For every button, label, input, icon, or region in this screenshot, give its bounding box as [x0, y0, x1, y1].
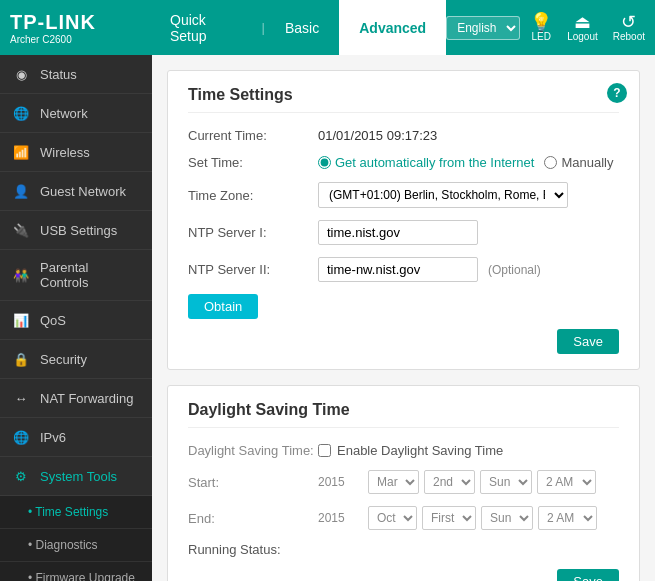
- dst-end-label: End:: [188, 511, 318, 526]
- ntp2-row: NTP Server II: (Optional): [188, 257, 619, 282]
- ntp2-label: NTP Server II:: [188, 262, 318, 277]
- dst-end-day[interactable]: Sun: [481, 506, 533, 530]
- dst-section: Daylight Saving Time Daylight Saving Tim…: [167, 385, 640, 581]
- system-tools-icon: ⚙: [12, 467, 30, 485]
- tab-basic[interactable]: Basic: [265, 0, 339, 55]
- dst-start-time[interactable]: 2 AM: [537, 470, 596, 494]
- sidebar-label-network: Network: [40, 106, 88, 121]
- dst-checkbox-label[interactable]: Enable Daylight Saving Time: [318, 443, 503, 458]
- sidebar-label-system-tools: System Tools: [40, 469, 117, 484]
- network-icon: 🌐: [12, 104, 30, 122]
- sidebar-label-usb: USB Settings: [40, 223, 117, 238]
- current-time-label: Current Time:: [188, 128, 318, 143]
- auto-label: Get automatically from the Internet: [335, 155, 534, 170]
- dst-end-content: 2015 Oct First Sun 2 AM: [318, 506, 597, 530]
- dst-start-content: 2015 Mar 2nd Sun 2 AM: [318, 470, 596, 494]
- tab-quick-setup[interactable]: Quick Setup: [150, 0, 262, 55]
- tab-advanced[interactable]: Advanced: [339, 0, 446, 55]
- logo-area: TP-LINK Archer C2600: [10, 11, 150, 45]
- dst-checkbox[interactable]: [318, 444, 331, 457]
- ntp2-input[interactable]: [318, 257, 478, 282]
- sidebar-item-nat-forwarding[interactable]: ↔ NAT Forwarding: [0, 379, 152, 418]
- header-icons: 💡 LED ⏏ Logout ↺ Reboot: [530, 13, 645, 42]
- sidebar: ◉ Status 🌐 Network 📶 Wireless 👤 Guest Ne…: [0, 55, 152, 581]
- ntp1-input[interactable]: [318, 220, 478, 245]
- reboot-icon: ↺: [621, 13, 636, 31]
- time-settings-label: • Time Settings: [28, 505, 108, 519]
- sidebar-sub-time-settings[interactable]: • Time Settings: [0, 496, 152, 529]
- diagnostics-label: • Diagnostics: [28, 538, 98, 552]
- manual-radio-label[interactable]: Manually: [544, 155, 613, 170]
- status-icon: ◉: [12, 65, 30, 83]
- running-status-label: Running Status:: [188, 542, 318, 557]
- logout-label: Logout: [567, 31, 598, 42]
- guest-network-icon: 👤: [12, 182, 30, 200]
- dst-enable-content: Enable Daylight Saving Time: [318, 443, 503, 458]
- sidebar-item-system-tools[interactable]: ⚙ System Tools: [0, 457, 152, 496]
- led-icon: 💡: [530, 13, 552, 31]
- timezone-label: Time Zone:: [188, 188, 318, 203]
- obtain-button[interactable]: Obtain: [188, 294, 258, 319]
- sidebar-sub-diagnostics[interactable]: • Diagnostics: [0, 529, 152, 562]
- current-time-row: Current Time: 01/01/2015 09:17:23: [188, 128, 619, 143]
- ntp1-row: NTP Server I:: [188, 220, 619, 245]
- sidebar-label-status: Status: [40, 67, 77, 82]
- dst-start-month[interactable]: Mar: [368, 470, 419, 494]
- dst-start-row: Start: 2015 Mar 2nd Sun 2 AM: [188, 470, 619, 494]
- header-right: English 💡 LED ⏏ Logout ↺ Reboot: [446, 13, 645, 42]
- sidebar-item-status[interactable]: ◉ Status: [0, 55, 152, 94]
- dst-save-button[interactable]: Save: [557, 569, 619, 581]
- current-time-content: 01/01/2015 09:17:23: [318, 128, 619, 143]
- auto-radio[interactable]: [318, 156, 331, 169]
- dst-end-month[interactable]: Oct: [368, 506, 417, 530]
- ntp2-content: (Optional): [318, 257, 619, 282]
- time-save-button[interactable]: Save: [557, 329, 619, 354]
- firmware-upgrade-label: • Firmware Upgrade: [28, 571, 135, 581]
- sidebar-label-ipv6: IPv6: [40, 430, 66, 445]
- dst-start-day[interactable]: Sun: [480, 470, 532, 494]
- sidebar-label-security: Security: [40, 352, 87, 367]
- obtain-row: Obtain: [188, 294, 619, 319]
- time-settings-section: Time Settings ? Current Time: 01/01/2015…: [167, 70, 640, 370]
- sidebar-item-qos[interactable]: 📊 QoS: [0, 301, 152, 340]
- auto-radio-label[interactable]: Get automatically from the Internet: [318, 155, 534, 170]
- ipv6-icon: 🌐: [12, 428, 30, 446]
- dst-end-row: End: 2015 Oct First Sun 2 AM: [188, 506, 619, 530]
- dst-end-week[interactable]: First: [422, 506, 476, 530]
- sidebar-sub-firmware-upgrade[interactable]: • Firmware Upgrade: [0, 562, 152, 581]
- usb-icon: 🔌: [12, 221, 30, 239]
- set-time-row: Set Time: Get automatically from the Int…: [188, 155, 619, 170]
- timezone-select[interactable]: (GMT+01:00) Berlin, Stockholm, Rome, Ber…: [318, 182, 568, 208]
- manual-radio[interactable]: [544, 156, 557, 169]
- led-label: LED: [531, 31, 550, 42]
- language-select[interactable]: English: [446, 16, 520, 40]
- time-save-row: Save: [188, 329, 619, 354]
- sidebar-item-guest-network[interactable]: 👤 Guest Network: [0, 172, 152, 211]
- current-time-value: 01/01/2015 09:17:23: [318, 128, 437, 143]
- led-button[interactable]: 💡 LED: [530, 13, 552, 42]
- dst-end-year: 2015: [318, 511, 363, 525]
- sidebar-item-parental-controls[interactable]: 👫 Parental Controls: [0, 250, 152, 301]
- sidebar-label-wireless: Wireless: [40, 145, 90, 160]
- sidebar-item-network[interactable]: 🌐 Network: [0, 94, 152, 133]
- reboot-button[interactable]: ↺ Reboot: [613, 13, 645, 42]
- qos-icon: 📊: [12, 311, 30, 329]
- dst-start-label: Start:: [188, 475, 318, 490]
- sidebar-item-usb-settings[interactable]: 🔌 USB Settings: [0, 211, 152, 250]
- sidebar-label-guest-network: Guest Network: [40, 184, 126, 199]
- brand-name: TP-LINK: [10, 11, 150, 34]
- dst-end-time[interactable]: 2 AM: [538, 506, 597, 530]
- sidebar-label-parental: Parental Controls: [40, 260, 140, 290]
- timezone-row: Time Zone: (GMT+01:00) Berlin, Stockholm…: [188, 182, 619, 208]
- help-button[interactable]: ?: [607, 83, 627, 103]
- dst-enable-label: Enable Daylight Saving Time: [337, 443, 503, 458]
- dst-start-week[interactable]: 2nd: [424, 470, 475, 494]
- parental-icon: 👫: [12, 266, 30, 284]
- sidebar-submenu: • Time Settings • Diagnostics • Firmware…: [0, 496, 152, 581]
- security-icon: 🔒: [12, 350, 30, 368]
- sidebar-item-security[interactable]: 🔒 Security: [0, 340, 152, 379]
- sidebar-item-ipv6[interactable]: 🌐 IPv6: [0, 418, 152, 457]
- ntp1-content: [318, 220, 619, 245]
- logout-button[interactable]: ⏏ Logout: [567, 13, 598, 42]
- sidebar-item-wireless[interactable]: 📶 Wireless: [0, 133, 152, 172]
